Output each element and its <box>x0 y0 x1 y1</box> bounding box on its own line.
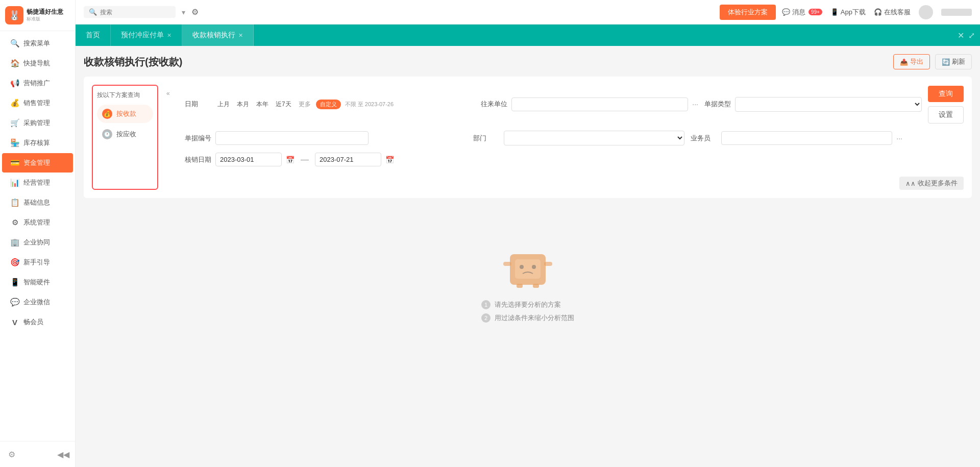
export-btn[interactable]: 📤 导出 <box>893 54 930 69</box>
sidebar-item-hardware[interactable]: 📱 智能硬件 <box>2 273 73 292</box>
verify-date-end-input[interactable] <box>315 153 381 166</box>
hardware-icon: 📱 <box>10 278 19 287</box>
tab-receivable-close[interactable]: ✕ <box>238 32 243 39</box>
staff-input[interactable] <box>721 131 892 145</box>
setting-btn[interactable]: 设置 <box>928 106 964 124</box>
sidebar-item-newbie[interactable]: 🎯 新手引导 <box>2 253 73 272</box>
basic-icon: 📋 <box>10 198 19 207</box>
counterparty-input[interactable] <box>511 97 688 111</box>
filter-sidebar: 按以下方案查询 💰 按收款 🕐 按应收 <box>92 85 158 190</box>
bill-type-select[interactable] <box>735 97 922 112</box>
filter-option-by-receipt[interactable]: 💰 按收款 <box>97 105 153 123</box>
teal-nav: 首页 预付冲应付单 ✕ 收款核销执行 ✕ ✕ ⤢ <box>76 24 980 46</box>
date-this-year-btn[interactable]: 本年 <box>254 99 271 110</box>
sidebar-menu: 🔍 搜索菜单 🏠 快捷导航 📢 营销推广 💰 销售管理 🛒 采购管理 🏪 <box>0 31 75 441</box>
sidebar-item-member[interactable]: V 畅会员 <box>2 312 73 332</box>
svg-point-3 <box>532 265 536 269</box>
industry-solution-btn[interactable]: 体验行业方案 <box>720 5 776 20</box>
marketing-icon: 📢 <box>10 79 19 88</box>
topbar-right-actions: 💬 消息 99+ 📱 App下载 🎧 在线客服 <box>782 5 972 19</box>
topbar-search-input[interactable] <box>100 9 170 16</box>
page-title: 收款核销执行(按收款) <box>84 55 182 69</box>
date-label: 日期 <box>185 100 211 109</box>
user-avatar[interactable] <box>919 5 933 19</box>
filter-sidebar-title: 按以下方案查询 <box>97 91 153 100</box>
empty-state: 1 请先选择要分析的方案 2 用过滤条件来缩小分析范围 <box>84 198 972 343</box>
settings-bottom-icon[interactable]: ⚙ <box>4 447 19 462</box>
member-icon: V <box>10 317 19 327</box>
finance-icon: 💳 <box>10 158 19 167</box>
sales-icon: 💰 <box>10 99 19 108</box>
app-logo: 🐰 畅捷通好生意 标准版 <box>0 0 75 31</box>
collapse-more-btn[interactable]: ∧∧ 收起更多条件 <box>899 177 964 190</box>
topbar-search-icon: 🔍 <box>89 8 97 16</box>
close-window-icon[interactable]: ✕ <box>958 31 964 40</box>
query-btn[interactable]: 查询 <box>928 86 964 102</box>
empty-hint-1: 1 请先选择要分析的方案 <box>481 300 574 309</box>
sidebar-item-search[interactable]: 🔍 搜索菜单 <box>2 34 73 53</box>
collapse-filter-btn[interactable]: « <box>166 85 177 190</box>
date-this-month-btn[interactable]: 本月 <box>235 99 251 110</box>
sidebar-item-quick-nav[interactable]: 🏠 快捷导航 <box>2 54 73 73</box>
sidebar-item-enterprise[interactable]: 🏢 企业协同 <box>2 233 73 252</box>
window-controls: ✕ ⤢ <box>952 24 980 46</box>
sidebar-item-operation[interactable]: 📊 经营管理 <box>2 173 73 192</box>
sidebar-item-wechat[interactable]: 💬 企业微信 <box>2 292 73 312</box>
refresh-btn[interactable]: 🔄 刷新 <box>935 54 972 69</box>
sidebar-item-basic[interactable]: 📋 基础信息 <box>2 193 73 212</box>
counterparty-ellipsis[interactable]: ··· <box>692 100 698 108</box>
hint-num-2: 2 <box>481 313 491 323</box>
inventory-icon: 🏪 <box>10 138 19 148</box>
topbar-search-box[interactable]: 🔍 <box>84 6 176 18</box>
svg-rect-5 <box>533 284 539 288</box>
bill-no-input[interactable] <box>215 131 369 145</box>
sidebar-item-sales[interactable]: 💰 销售管理 <box>2 93 73 113</box>
filter-option-by-receivable[interactable]: 🕐 按应收 <box>97 125 153 143</box>
quicknav-icon: 🏠 <box>10 59 19 68</box>
tab-prepay-close[interactable]: ✕ <box>167 32 172 39</box>
date-last-7days-btn[interactable]: 近7天 <box>274 99 293 110</box>
sidebar: 🐰 畅捷通好生意 标准版 🔍 搜索菜单 🏠 快捷导航 📢 营销推广 💰 <box>0 0 76 467</box>
collapse-more-row: ∧∧ 收起更多条件 <box>185 177 964 190</box>
staff-label: 业务员 <box>691 134 717 143</box>
svg-rect-4 <box>517 284 523 288</box>
tab-receivable[interactable]: 收款核销执行 ✕ <box>182 24 254 46</box>
enterprise-icon: 🏢 <box>10 238 19 247</box>
operation-icon: 📊 <box>10 178 19 187</box>
app-download-btn[interactable]: 📱 App下载 <box>830 8 866 17</box>
newbie-icon: 🎯 <box>10 258 19 267</box>
collapse-sidebar-btn[interactable]: ◀◀ <box>56 447 71 462</box>
date-last-month-btn[interactable]: 上月 <box>215 99 232 110</box>
dept-select[interactable] <box>504 131 685 145</box>
maximize-window-icon[interactable]: ⤢ <box>968 31 975 40</box>
tab-home[interactable]: 首页 <box>76 24 111 46</box>
date-custom-tag: 自定义 <box>316 100 341 109</box>
date-range-separator: — <box>301 155 309 164</box>
page-actions: 📤 导出 🔄 刷新 <box>893 54 972 69</box>
staff-ellipsis[interactable]: ··· <box>896 134 902 142</box>
verify-date-start-cal-icon[interactable]: 📅 <box>286 156 295 164</box>
field-date: 日期 上月 本月 本年 近7天 更多 自定义 不限 至 2023-07-26 <box>185 99 475 110</box>
svg-rect-6 <box>503 262 511 266</box>
topbar-dropdown-icon[interactable]: ▾ <box>182 8 185 16</box>
sidebar-item-system[interactable]: ⚙ 系统管理 <box>2 213 73 232</box>
sidebar-item-inventory[interactable]: 🏪 库存核算 <box>2 133 73 153</box>
filter-panel: 按以下方案查询 💰 按收款 🕐 按应收 « <box>84 77 972 198</box>
topbar-gear-icon[interactable]: ⚙ <box>191 7 199 17</box>
sidebar-item-purchase[interactable]: 🛒 采购管理 <box>2 113 73 133</box>
counterparty-label: 往来单位 <box>481 100 507 109</box>
sidebar-item-marketing[interactable]: 📢 营销推广 <box>2 73 73 93</box>
purchase-icon: 🛒 <box>10 118 19 128</box>
verify-date-end-cal-icon[interactable]: 📅 <box>385 156 394 164</box>
online-service-btn[interactable]: 🎧 在线客服 <box>874 8 911 17</box>
messages-btn[interactable]: 💬 消息 99+ <box>782 8 822 17</box>
verify-date-label: 核销日期 <box>185 155 211 164</box>
sidebar-item-finance[interactable]: 💳 资金管理 <box>2 153 73 173</box>
field-counterparty: 往来单位 ··· <box>481 97 698 111</box>
field-staff: 业务员 ··· <box>691 131 902 145</box>
message-icon: 💬 <box>782 8 790 16</box>
verify-date-start-input[interactable] <box>215 153 282 166</box>
phone-icon: 📱 <box>830 8 839 16</box>
tab-prepay[interactable]: 预付冲应付单 ✕ <box>111 24 182 46</box>
date-more-btn[interactable]: 更多 <box>297 99 313 110</box>
